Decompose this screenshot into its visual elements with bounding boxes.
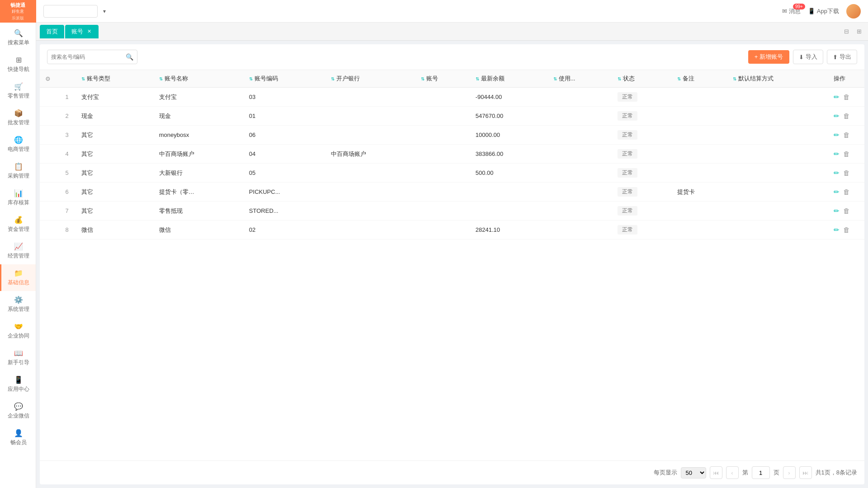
delete-button[interactable]: 🗑 xyxy=(843,207,850,215)
add-account-button[interactable]: + 新增账号 xyxy=(748,50,789,64)
sidebar-item-ecommerce[interactable]: 🌐 电商管理 xyxy=(0,131,36,158)
edit-button[interactable]: ✏ xyxy=(834,112,840,120)
app-logo[interactable]: 畅捷通 好生意 乐派版 xyxy=(0,0,36,23)
sidebar-item-search[interactable]: 🔍 搜索菜单 xyxy=(0,24,36,51)
delete-button[interactable]: 🗑 xyxy=(843,226,850,234)
row-index-cell: 3 xyxy=(58,126,76,145)
next-page-button[interactable]: › xyxy=(783,466,796,479)
edit-button[interactable]: ✏ xyxy=(834,93,840,101)
row-account-cell xyxy=(415,88,470,107)
sidebar-item-purchase[interactable]: 📋 采购管理 xyxy=(0,158,36,184)
sort-icon: ⇅ xyxy=(249,76,253,81)
row-settings-cell xyxy=(40,126,58,145)
header-dropdown[interactable]: ▾ xyxy=(103,8,106,14)
row-bank-cell xyxy=(326,164,415,183)
add-account-label: + 新增账号 xyxy=(755,53,783,61)
sidebar-item-retail[interactable]: 🛒 零售管理 xyxy=(0,78,36,104)
sidebar-item-inventory[interactable]: 📊 库存核算 xyxy=(0,184,36,211)
prev-page-button[interactable]: ‹ xyxy=(726,466,739,479)
row-code-cell: 05 xyxy=(244,164,326,183)
sidebar-item-enterprise[interactable]: 🤝 企业协同 xyxy=(0,318,36,344)
sidebar-item-label: 企业微信 xyxy=(8,412,29,420)
table-row: 8 微信 微信 02 28241.10 正常 ✏ 🗑 xyxy=(40,221,864,239)
row-remark-cell xyxy=(672,107,727,126)
row-usage-cell xyxy=(548,202,612,221)
tab-maximize-button[interactable]: ⊞ xyxy=(854,26,864,37)
sidebar-item-guide[interactable]: 📖 新手引导 xyxy=(0,344,36,371)
edit-button[interactable]: ✏ xyxy=(834,150,840,158)
sidebar-item-wechat[interactable]: 💬 企业微信 xyxy=(0,398,36,424)
search-icon-button[interactable]: 🔍 xyxy=(126,53,133,61)
col-type: ⇅ 账号类型 xyxy=(76,70,154,88)
delete-button[interactable]: 🗑 xyxy=(843,112,850,120)
sidebar-item-finance[interactable]: 💰 资金管理 xyxy=(0,211,36,238)
sort-icon: ⇅ xyxy=(553,76,557,81)
account-search-input[interactable] xyxy=(51,54,126,60)
message-button[interactable]: ✉ 消息 99+ xyxy=(782,7,801,15)
col-remark: ⇅ 备注 xyxy=(672,70,727,88)
row-name-cell: 支付宝 xyxy=(154,88,244,107)
row-settings-cell xyxy=(40,202,58,221)
export-button[interactable]: ⬆ 导出 xyxy=(827,50,857,64)
row-balance-cell: 383866.00 xyxy=(470,145,548,164)
import-button[interactable]: ⬇ 导入 xyxy=(793,50,823,64)
row-balance-cell: 547670.00 xyxy=(470,107,548,126)
app-center-icon: 📱 xyxy=(14,375,23,384)
row-action-cell: ✏ 🗑 xyxy=(828,221,864,239)
app-download-button[interactable]: 📱 App下载 xyxy=(808,7,839,15)
first-page-button[interactable]: ⏮ xyxy=(710,466,722,479)
edit-button[interactable]: ✏ xyxy=(834,226,840,234)
grid-icon: ⊞ xyxy=(16,56,22,64)
search-wrap: 🔍 xyxy=(47,50,137,64)
user-avatar[interactable] xyxy=(846,4,861,19)
settings-icon[interactable]: ⚙ xyxy=(45,75,51,82)
row-code-cell: STORED... xyxy=(244,202,326,221)
row-status-cell: 正常 xyxy=(612,107,672,126)
col-name: ⇅ 账号名称 xyxy=(154,70,244,88)
sidebar-item-label: 快捷导航 xyxy=(8,66,29,73)
delete-button[interactable]: 🗑 xyxy=(843,169,850,177)
tab-close-icon[interactable]: ✕ xyxy=(86,28,92,35)
page-number-input[interactable] xyxy=(752,466,770,479)
row-type-cell: 其它 xyxy=(76,145,154,164)
delete-button[interactable]: 🗑 xyxy=(843,188,850,196)
page-size-select[interactable]: 50 10 20 100 xyxy=(681,467,706,479)
row-settle-cell xyxy=(727,183,828,202)
col-account: ⇅ 账号 xyxy=(415,70,470,88)
edit-button[interactable]: ✏ xyxy=(834,169,840,177)
page-label: 页 xyxy=(774,469,779,477)
col-action: 操作 xyxy=(828,70,864,88)
col-index xyxy=(58,70,76,88)
sort-icon: ⇅ xyxy=(421,76,425,81)
tab-minimize-button[interactable]: ⊟ xyxy=(841,26,852,37)
sidebar-item-app-center[interactable]: 📱 应用中心 xyxy=(0,371,36,398)
edit-button[interactable]: ✏ xyxy=(834,207,840,215)
edit-button[interactable]: ✏ xyxy=(834,131,840,139)
sidebar-item-system[interactable]: ⚙️ 系统管理 xyxy=(0,291,36,318)
sidebar-item-member[interactable]: 👤 畅会员 xyxy=(0,424,36,451)
tab-home[interactable]: 首页 xyxy=(40,25,64,38)
last-page-button[interactable]: ⏭ xyxy=(799,466,812,479)
operations-icon: 📈 xyxy=(14,242,23,251)
tab-accounts[interactable]: 账号 ✕ xyxy=(65,25,99,38)
sidebar-item-basic[interactable]: 📁 基础信息 xyxy=(0,264,36,291)
basic-icon: 📁 xyxy=(14,269,23,277)
sidebar-item-operations[interactable]: 📈 经营管理 xyxy=(0,238,36,264)
table-row: 6 其它 提货卡（零… PICKUPC... 正常 提货卡 ✏ 🗑 xyxy=(40,183,864,202)
global-search-input[interactable] xyxy=(43,5,98,18)
sidebar-item-shortcut[interactable]: ⊞ 快捷导航 xyxy=(0,51,36,78)
row-settle-cell xyxy=(727,202,828,221)
delete-button[interactable]: 🗑 xyxy=(843,131,850,139)
delete-button[interactable]: 🗑 xyxy=(843,93,850,101)
sidebar-item-label: 基础信息 xyxy=(8,279,29,286)
row-index-cell: 5 xyxy=(58,164,76,183)
table-row: 3 其它 moneybosx 06 10000.00 正常 ✏ 🗑 xyxy=(40,126,864,145)
row-code-cell: 06 xyxy=(244,126,326,145)
row-settle-cell xyxy=(727,107,828,126)
message-badge: 99+ xyxy=(793,4,805,9)
delete-button[interactable]: 🗑 xyxy=(843,150,850,158)
page-word: 第 xyxy=(742,469,748,477)
row-settings-cell xyxy=(40,183,58,202)
sidebar-item-wholesale[interactable]: 📦 批发管理 xyxy=(0,104,36,131)
edit-button[interactable]: ✏ xyxy=(834,188,840,196)
